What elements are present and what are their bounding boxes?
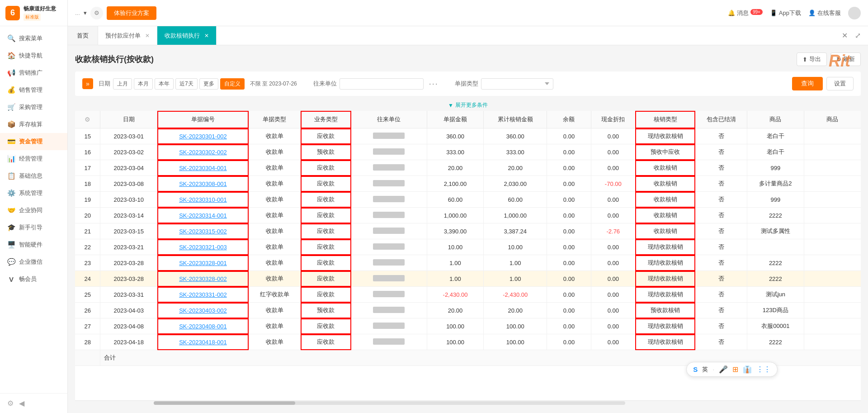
cell-goods-img <box>804 128 861 144</box>
float-mic-icon[interactable]: 🎤 <box>719 365 728 374</box>
sidebar-item-search[interactable]: 🔍 搜索菜单 <box>0 30 67 47</box>
settings-filter-button[interactable]: 设置 <box>826 77 854 90</box>
cell-cumamt: 1.00 <box>484 271 547 287</box>
tab-home[interactable]: 首页 <box>68 26 98 45</box>
export-button[interactable]: ⬆ 导出 <box>797 52 827 66</box>
user-avatar[interactable] <box>848 7 861 19</box>
sidebar-item-guide[interactable]: 🎓 新手引导 <box>0 219 67 236</box>
cell-coretype: 现结收款核销 <box>635 128 695 144</box>
export-icon: ⬆ <box>802 56 807 63</box>
sn-link[interactable]: SK-20230315-002 <box>179 228 227 235</box>
cell-no: 15 <box>75 128 100 144</box>
sn-link[interactable]: SK-20230321-003 <box>179 244 227 251</box>
sn-link[interactable]: SK-20230314-001 <box>179 212 227 219</box>
table-row: 15 2023-03-01 SK-20230301-002 收款单 应收款 36… <box>75 128 861 144</box>
sidebar-item-purchase[interactable]: 🛒 采购管理 <box>0 99 67 116</box>
sidebar-item-wechat[interactable]: 💬 企业微信 <box>0 253 67 271</box>
sidebar-item-operation[interactable]: 📊 经营管理 <box>0 150 67 167</box>
horizontal-scrollbar[interactable] <box>75 400 861 406</box>
sn-link[interactable]: SK-20230328-002 <box>179 275 227 282</box>
solution-button[interactable]: 体验行业方案 <box>107 6 156 20</box>
sn-link[interactable]: SK-20230408-001 <box>179 323 227 330</box>
cell-coretype: 现结收款核销 <box>635 239 695 255</box>
cell-goods: 123D商品 <box>747 303 804 318</box>
sidebar-item-quicknav[interactable]: 🏠 快捷导航 <box>0 47 67 64</box>
float-apps-icon[interactable]: ⋮⋮ <box>756 365 771 374</box>
cell-coretype: 收款核销 <box>635 176 695 192</box>
cell-biztype: 应收款 <box>301 223 351 239</box>
date-btn-custom[interactable]: 自定义 <box>220 78 245 90</box>
sn-link[interactable]: SK-20230328-001 <box>179 260 227 266</box>
home-icon: 🏠 <box>7 52 15 60</box>
cell-goods: 老白干 <box>747 144 804 160</box>
tab-expand-btn[interactable]: ⤢ <box>853 29 863 42</box>
cell-sn: SK-20230328-001 <box>157 255 249 271</box>
unit-filter-input[interactable] <box>340 78 424 90</box>
doctype-filter-select[interactable] <box>481 78 553 90</box>
date-btn-more[interactable]: 更多 <box>199 78 218 90</box>
sn-link[interactable]: SK-20230331-002 <box>179 291 227 298</box>
th-goods-img: 商品 <box>804 111 861 128</box>
date-btn-7days[interactable]: 近7天 <box>175 78 198 90</box>
table-row: 20 2023-03-14 SK-20230314-001 收款单 应收款 1,… <box>75 208 861 223</box>
sn-link[interactable]: SK-20230301-002 <box>179 133 227 140</box>
sn-link[interactable]: SK-20230304-001 <box>179 165 227 171</box>
cell-goods-img <box>804 287 861 303</box>
filter-expand-btn[interactable]: » <box>82 78 93 89</box>
sidebar-item-member[interactable]: V 畅会员 <box>0 271 67 288</box>
tab-prepay[interactable]: 预付款应付单 ✕ <box>98 26 157 45</box>
tab-close-all-btn[interactable]: ✕ <box>840 29 849 42</box>
sidebar-item-basic[interactable]: 📋 基础信息 <box>0 167 67 185</box>
sidebar-item-inventory[interactable]: 📦 库存核算 <box>0 116 67 133</box>
cell-biztype: 应收款 <box>301 255 351 271</box>
cell-goods: 2222 <box>747 208 804 223</box>
date-btn-this-month[interactable]: 本月 <box>134 78 153 90</box>
float-brand: S <box>693 366 698 373</box>
refresh-button[interactable]: ↻ 刷新 <box>830 52 861 66</box>
date-btn-this-year[interactable]: 本年 <box>155 78 174 90</box>
gear-button[interactable]: ⚙ <box>90 7 103 19</box>
sidebar-item-label: 智能硬件 <box>19 241 42 249</box>
query-button[interactable]: 查询 <box>792 77 823 90</box>
settings-bottom-icon[interactable]: ⚙ <box>7 399 14 408</box>
online-service-btn[interactable]: 👤 在线客服 <box>808 9 841 17</box>
sn-link[interactable]: SK-20230403-002 <box>179 307 227 314</box>
header-dropdown[interactable]: ▾ <box>84 9 87 16</box>
cell-discount: 0.00 <box>591 192 635 208</box>
date-filter-label: 日期 <box>99 80 110 88</box>
collapse-icon[interactable]: ◀ <box>19 399 24 408</box>
sidebar-item-marketing[interactable]: 📢 营销推广 <box>0 64 67 81</box>
cell-balance: 0.00 <box>547 271 591 287</box>
cell-no: 25 <box>75 287 100 303</box>
float-grid-icon[interactable]: ⊞ <box>732 365 738 374</box>
sn-link[interactable]: SK-20230418-001 <box>179 339 227 346</box>
cell-coretype: 收款核销 <box>635 192 695 208</box>
sidebar-item-system[interactable]: ⚙️ 系统管理 <box>0 185 67 202</box>
cell-unit <box>351 223 427 239</box>
tab-close-receipts[interactable]: ✕ <box>204 33 209 39</box>
notifications-btn[interactable]: 🔔 消息 99+ <box>728 9 763 17</box>
expand-more-conditions[interactable]: ▼ 展开更多条件 <box>75 100 861 111</box>
logo-badge: 标准版 <box>24 14 41 21</box>
cell-balance: 0.00 <box>547 303 591 318</box>
system-icon: ⚙️ <box>7 189 15 197</box>
sn-link[interactable]: SK-20230310-001 <box>179 196 227 203</box>
sidebar-item-sales[interactable]: 💰 销售管理 <box>0 81 67 99</box>
cell-sn: SK-20230314-001 <box>157 208 249 223</box>
sn-link[interactable]: SK-20230308-001 <box>179 180 227 187</box>
tab-close-prepay[interactable]: ✕ <box>145 33 150 39</box>
th-settings[interactable]: ⚙ <box>75 111 100 128</box>
sidebar-item-hardware[interactable]: 🖥️ 智能硬件 <box>0 236 67 253</box>
date-btn-last-month[interactable]: 上月 <box>113 78 132 90</box>
tab-receipts[interactable]: 收款核销执行 ✕ <box>157 26 217 45</box>
header-left: ... ▾ ⚙ 体验行业方案 <box>75 6 722 20</box>
cell-goods: 2222 <box>747 334 804 350</box>
sn-link[interactable]: SK-20230302-002 <box>179 149 227 156</box>
cell-unit <box>351 144 427 160</box>
table-wrapper[interactable]: ⚙ 日期 单据编号 单据类型 业务类型 往来单位 单据金额 累计核销金额 余额 … <box>75 111 861 400</box>
sidebar-item-finance[interactable]: 💳 资金管理 <box>0 133 67 150</box>
top-header: ... ▾ ⚙ 体验行业方案 🔔 消息 99+ 📱 App下载 👤 在线客服 <box>68 0 868 26</box>
sidebar-item-enterprise[interactable]: 🤝 企业协同 <box>0 202 67 219</box>
float-shirt-icon[interactable]: 👔 <box>743 365 752 374</box>
app-download-btn[interactable]: 📱 App下载 <box>770 9 801 17</box>
